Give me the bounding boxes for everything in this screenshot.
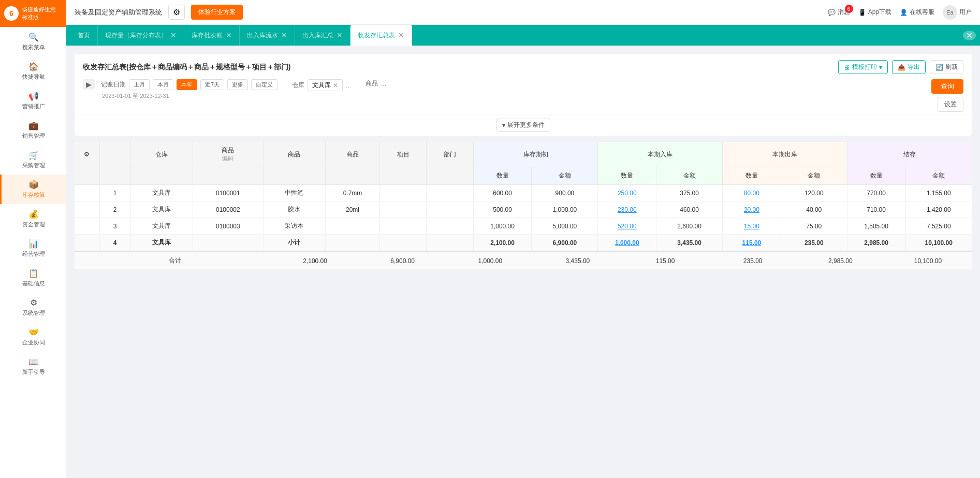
print-button[interactable]: 🖨 模板打印 ▾: [838, 60, 888, 74]
tab-inventory-dist[interactable]: 现存量（库存分布表） ✕: [98, 25, 184, 46]
data-table: ⚙ 仓库 商品 编码 商品 商品 项目 部门 库存期初 本期入库: [75, 142, 972, 251]
table-cell: 770.00: [847, 185, 905, 201]
date-7days-button[interactable]: 近7天: [200, 79, 224, 90]
messages-button[interactable]: 💬 消息 6: [828, 8, 850, 17]
sidebar-item-label: 基础信息: [22, 280, 45, 287]
table-cell[interactable]: 230.00: [598, 201, 656, 218]
user-menu[interactable]: Ea 用户: [943, 5, 972, 20]
tab-close-icon[interactable]: ✕: [337, 32, 343, 39]
sidebar-item-guide[interactable]: 📖 新手引导: [0, 352, 66, 381]
refresh-button[interactable]: 🔄 刷新: [930, 60, 963, 74]
cell-link[interactable]: 250.00: [618, 190, 637, 197]
table-cell[interactable]: 15.00: [723, 218, 781, 235]
table-cell: 0100001: [193, 185, 263, 201]
online-service-button[interactable]: 👤 在线客服: [900, 8, 934, 17]
cell-link[interactable]: 80.00: [744, 190, 759, 197]
sidebar-item-purchase[interactable]: 🛒 采购管理: [0, 145, 66, 175]
table-cell[interactable]: 250.00: [598, 185, 656, 201]
sidebar-item-collab[interactable]: 🤝 企业协同: [0, 322, 66, 352]
user-initial: Ea: [946, 9, 953, 16]
footer-in-qty: 1,000.00: [446, 257, 534, 265]
query-button[interactable]: 查询: [931, 79, 963, 94]
topbar-settings-button[interactable]: ⚙: [168, 5, 185, 20]
column-settings-icon[interactable]: ⚙: [84, 151, 90, 158]
cell-link[interactable]: 1,000.00: [615, 239, 639, 247]
date-last-month-button[interactable]: 上月: [129, 79, 150, 90]
table-cell: 6,900.00: [532, 235, 598, 251]
cell-link[interactable]: 115.00: [742, 239, 762, 247]
sidebar-item-basic[interactable]: 📋 基础信息: [0, 263, 66, 293]
table-cell: [75, 218, 99, 235]
warehouse-more-icon[interactable]: ...: [346, 82, 351, 89]
col-header-balance: 结存: [847, 142, 972, 167]
warehouse-tag[interactable]: 文具库 ✕: [308, 79, 343, 91]
table-cell[interactable]: 115.00: [723, 235, 781, 251]
sidebar-item-marketing[interactable]: 📢 营销推广: [0, 86, 66, 115]
sidebar-item-sales[interactable]: 💼 销售管理: [0, 115, 66, 145]
goods-more-icon[interactable]: ...: [381, 80, 386, 88]
sidebar-item-label: 企业协同: [22, 339, 45, 346]
sidebar-item-quick-nav[interactable]: 🏠 快捷导航: [0, 56, 66, 86]
table-cell[interactable]: 1,000.00: [598, 235, 656, 251]
sidebar-item-search[interactable]: 🔍 搜索菜单: [0, 27, 66, 56]
footer-init-amt: 6,900.00: [359, 257, 446, 265]
warehouse-tag-remove-icon[interactable]: ✕: [333, 82, 338, 89]
tab-bar: 首页 现存量（库存分布表） ✕ 库存批次账 ✕ 出入库流水 ✕ 出入库汇总 ✕ …: [66, 25, 980, 46]
table-cell: [427, 235, 473, 251]
date-this-year-button[interactable]: 本年: [177, 79, 197, 90]
table-settings-button[interactable]: 设置: [938, 97, 963, 112]
table-cell: 120.00: [781, 185, 847, 201]
table-cell: [325, 235, 379, 251]
sidebar-item-operations[interactable]: 📊 经营管理: [0, 234, 66, 263]
table-cell: 文具库: [130, 235, 193, 251]
cell-link[interactable]: 520.00: [618, 223, 637, 230]
app-download-button[interactable]: 📱 App下载: [858, 8, 891, 17]
filter-collapse-button[interactable]: ▶: [83, 79, 95, 90]
cell-link[interactable]: 230.00: [618, 206, 637, 213]
table-cell: [75, 201, 99, 218]
tab-receive-send[interactable]: 收发存汇总表 ✕: [350, 25, 412, 46]
tab-home[interactable]: 首页: [70, 25, 98, 46]
cell-link[interactable]: 20.00: [744, 206, 759, 213]
tab-close-icon[interactable]: ✕: [170, 32, 177, 39]
table-cell: 460.00: [656, 201, 723, 218]
col-header-in: 本期入库: [598, 142, 723, 167]
table-cell: 2,600.00: [656, 218, 723, 235]
table-cell: 2,985.00: [847, 235, 905, 251]
sidebar-item-finance[interactable]: 💰 资金管理: [0, 204, 66, 234]
table-cell: 1,420.00: [905, 201, 972, 218]
table-cell[interactable]: 520.00: [598, 218, 656, 235]
date-custom-button[interactable]: 自定义: [251, 79, 277, 90]
tab-summary[interactable]: 出入库汇总 ✕: [295, 25, 350, 46]
sub-col-out-amt: 金额: [781, 167, 847, 185]
tab-close-icon[interactable]: ✕: [226, 32, 232, 39]
expand-more-button[interactable]: ▾ 展开更多条件: [496, 119, 550, 132]
footer-label: 合计: [75, 256, 271, 265]
footer-in-amt: 3,435.00: [534, 257, 621, 265]
date-this-month-button[interactable]: 本月: [153, 79, 173, 90]
table-cell[interactable]: 20.00: [723, 201, 781, 218]
finance-icon: 💰: [28, 209, 39, 219]
table-cell[interactable]: 80.00: [723, 185, 781, 201]
data-table-wrap: ⚙ 仓库 商品 编码 商品 商品 项目 部门 库存期初 本期入库: [75, 142, 972, 269]
tab-flow[interactable]: 出入库流水 ✕: [240, 25, 295, 46]
table-cell: 胶水: [263, 201, 325, 218]
table-settings-col[interactable]: ⚙: [75, 142, 99, 167]
date-label: 记账日期: [101, 80, 126, 89]
sidebar-item-system[interactable]: ⚙ 系统管理: [0, 293, 66, 322]
date-more-button[interactable]: 更多: [227, 79, 248, 90]
tab-bar-close-button[interactable]: ✕: [963, 31, 976, 40]
trial-button[interactable]: 体验行业方案: [191, 5, 243, 20]
tab-close-icon[interactable]: ✕: [281, 32, 287, 39]
service-icon: 👤: [900, 9, 908, 16]
tab-batch[interactable]: 库存批次账 ✕: [184, 25, 240, 46]
table-cell: [380, 185, 427, 201]
app-brand: 畅捷通好生意 标准版: [22, 6, 56, 22]
tab-active-close-icon[interactable]: ✕: [398, 32, 404, 39]
sidebar-item-label: 系统管理: [22, 309, 45, 317]
cell-link[interactable]: 15.00: [744, 223, 759, 230]
sidebar-item-inventory[interactable]: 📦 库存核算: [0, 175, 66, 204]
table-cell: 375.00: [656, 185, 723, 201]
export-button[interactable]: 📤 导出: [892, 60, 926, 74]
sub-col-dept: [427, 167, 473, 185]
